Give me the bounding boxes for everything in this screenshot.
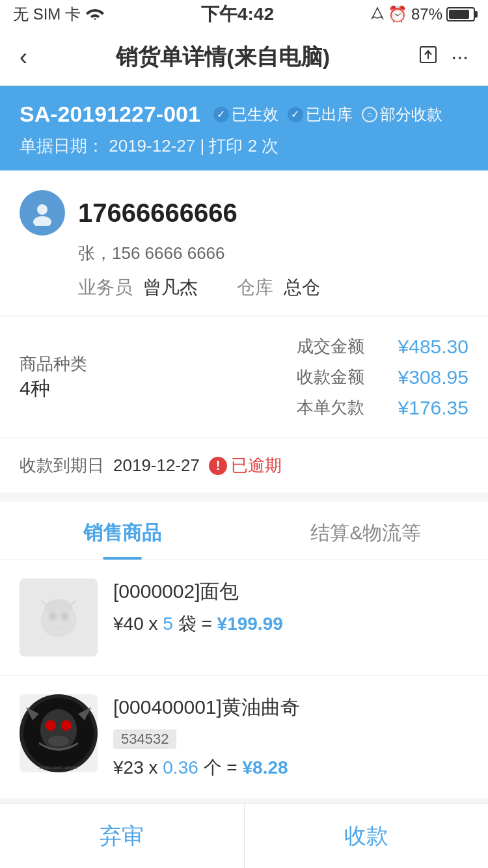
collect-payment-button[interactable]: 收款: [245, 804, 489, 868]
svg-text:shadowed whale: shadowed whale: [39, 765, 78, 770]
header-badges: ✓ 已生效 ✓ 已出库 ○ 部分收款: [213, 104, 442, 125]
badge-shipped: ✓ 已出库: [288, 104, 353, 125]
nav-bar: ‹ 销货单详情(来自电脑) ···: [0, 29, 488, 86]
customer-section: 17666666666 张，156 6666 6666 业务员 曾凡杰 仓库 总…: [0, 170, 488, 316]
order-id: SA-20191227-001: [20, 102, 200, 127]
check-icon: ✓: [213, 107, 229, 122]
location-icon: [371, 5, 384, 23]
overdue-badge: ! 已逾期: [209, 454, 282, 477]
customer-avatar: [20, 190, 65, 236]
alarm-icon: ⏰: [388, 5, 407, 23]
product-image-1: [20, 578, 98, 657]
svg-point-7: [50, 614, 55, 619]
svg-point-14: [61, 720, 72, 731]
status-right: ⏰ 87%: [371, 5, 475, 23]
tabs-section: 销售商品 结算&物流等: [0, 502, 488, 560]
product-info-2: [000400001]黄油曲奇 534532 ¥23 x 0.36 个 = ¥8…: [113, 694, 468, 780]
more-icon[interactable]: ···: [451, 45, 468, 69]
svg-point-8: [62, 614, 67, 619]
due-date-section: 收款到期日 2019-12-27 ! 已逾期: [0, 439, 488, 493]
product-name-1: [0000002]面包: [113, 578, 468, 605]
bottom-bar: 弃审 收款: [0, 803, 488, 868]
warehouse-info: 仓库 总仓: [237, 275, 320, 300]
back-button[interactable]: ‹: [20, 44, 27, 71]
overdue-icon: !: [209, 457, 227, 475]
tab-settlement[interactable]: 结算&物流等: [244, 502, 488, 560]
product-name-2: [000400001]黄油曲奇: [113, 694, 468, 721]
header-date: 单据日期： 2019-12-27 | 打印 2 次: [20, 135, 468, 157]
receipt-amount-row: 收款金额 ¥308.95: [178, 366, 468, 388]
wifi-icon: [86, 5, 104, 23]
product-list: [0000002]面包 ¥40 x 5 袋 = ¥199.99: [0, 560, 488, 798]
debt-amount-row: 本单欠款 ¥176.35: [178, 396, 468, 419]
order-header: SA-20191227-001 ✓ 已生效 ✓ 已出库 ○ 部分收款 单据日期：…: [0, 86, 488, 170]
product-price-1: ¥40 x 5 袋 = ¥199.99: [113, 612, 468, 636]
status-time: 下午4:42: [201, 2, 274, 27]
product-sku: 534532: [113, 729, 176, 749]
deal-amount-row: 成交金额 ¥485.30: [178, 335, 468, 358]
product-price-2: ¥23 x 0.36 个 = ¥8.28: [113, 755, 468, 780]
carrier-text: 无 SIM 卡: [13, 4, 81, 25]
check-icon-2: ✓: [288, 107, 303, 122]
tab-sales-products[interactable]: 销售商品: [0, 502, 244, 560]
svg-point-15: [48, 736, 69, 746]
product-item: [0000002]面包 ¥40 x 5 袋 = ¥199.99: [0, 560, 488, 675]
clock-icon: ○: [362, 107, 377, 122]
svg-point-13: [46, 720, 56, 731]
svg-point-2: [37, 204, 47, 215]
battery-icon: [446, 7, 475, 21]
product-image-2: shadowed whale: [20, 694, 98, 772]
svg-point-3: [33, 216, 51, 226]
share-icon[interactable]: [418, 45, 438, 70]
customer-phone: 17666666666: [78, 198, 237, 228]
battery-text: 87%: [411, 5, 442, 23]
product-info-1: [0000002]面包 ¥40 x 5 袋 = ¥199.99: [113, 578, 468, 636]
product-item-2: shadowed whale [000400001]黄油曲奇 534532 ¥2…: [0, 676, 488, 798]
badge-effective: ✓ 已生效: [213, 104, 278, 125]
product-types: 商品种类 4种: [20, 353, 165, 402]
customer-meta: 业务员 曾凡杰 仓库 总仓: [78, 275, 468, 300]
badge-partial: ○ 部分收款: [362, 104, 442, 125]
status-left: 无 SIM 卡: [13, 4, 104, 25]
status-bar: 无 SIM 卡 下午4:42 ⏰ 87%: [0, 0, 488, 29]
summary-section: 商品种类 4种 成交金额 ¥485.30 收款金额 ¥308.95 本单欠款 ¥…: [0, 317, 488, 437]
customer-info: 张，156 6666 6666: [78, 242, 468, 265]
abandon-review-button[interactable]: 弃审: [0, 804, 245, 868]
staff-info: 业务员 曾凡杰: [78, 275, 198, 300]
nav-actions: ···: [418, 45, 468, 70]
page-title: 销货单详情(来自电脑): [116, 42, 330, 72]
